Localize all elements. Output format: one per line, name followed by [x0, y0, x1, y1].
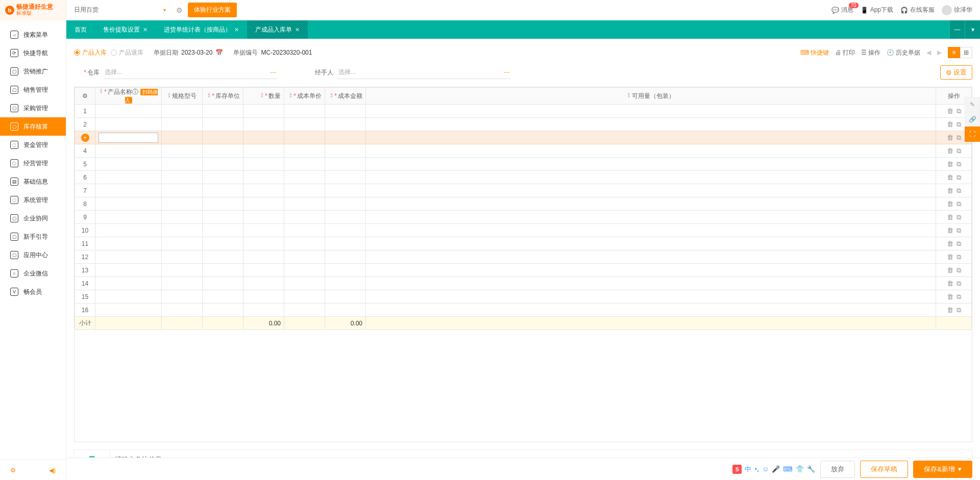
tab-2[interactable]: 进货单统计表（按商品）✕ [156, 20, 247, 39]
view-list[interactable]: ≡ [948, 47, 960, 58]
table-row[interactable]: 1🗑⧉ [75, 105, 972, 118]
nav-item-4[interactable]: ▢采购管理 [0, 99, 66, 117]
tab-1[interactable]: 售价提取设置✕ [95, 20, 156, 39]
table-row[interactable]: 10🗑⧉ [75, 224, 972, 237]
tab-menu[interactable]: ▾ [965, 20, 980, 39]
add-row-icon[interactable]: + [81, 134, 89, 142]
table-row[interactable]: 5🗑⧉ [75, 158, 972, 171]
save-new-button[interactable]: 保存&新增 ▾ [913, 461, 972, 478]
user-menu[interactable]: 徐泽华 [942, 5, 972, 15]
discard-button[interactable]: 放弃 [820, 461, 855, 478]
product-input[interactable] [99, 133, 158, 143]
delete-icon[interactable]: 🗑 [947, 266, 953, 274]
copy-icon[interactable]: ⧉ [957, 200, 961, 208]
table-row[interactable]: 14🗑⧉ [75, 277, 972, 290]
date-value[interactable]: 2023-03-20 [181, 49, 212, 56]
shortcut-link[interactable]: ⌨ 快捷键 [800, 48, 829, 57]
copy-icon[interactable]: ⧉ [957, 107, 961, 115]
table-row[interactable]: 11🗑⧉ [75, 237, 972, 250]
nav-item-11[interactable]: ▢新手引导 [0, 228, 66, 246]
delete-icon[interactable]: 🗑 [947, 200, 953, 208]
print-link[interactable]: 🖨 打印 [835, 48, 855, 57]
delete-icon[interactable]: 🗑 [947, 120, 953, 128]
copy-icon[interactable]: ⧉ [957, 187, 961, 194]
radio-product-in[interactable]: 产品入库 [74, 48, 107, 57]
nav-item-6[interactable]: ◌资金管理 [0, 136, 66, 154]
table-row[interactable]: 8🗑⧉ [75, 197, 972, 211]
th-avail[interactable]: ▲▼可用量（包装） [366, 88, 936, 105]
nav-item-2[interactable]: ▢营销推广 [0, 62, 66, 81]
calendar-icon[interactable]: 📅 [215, 49, 223, 56]
delete-icon[interactable]: 🗑 [947, 213, 953, 221]
gear-icon[interactable]: ⚙ [176, 6, 183, 14]
ime-keyboard-icon[interactable]: ⌨ [783, 465, 793, 473]
nav-item-12[interactable]: ▢应用中心 [0, 246, 66, 264]
th-spec[interactable]: ▲▼规格型号 [162, 88, 203, 105]
copy-icon[interactable]: ⧉ [957, 293, 961, 300]
table-row[interactable]: 6🗑⧉ [75, 171, 972, 184]
prev-doc[interactable]: ◀ [926, 49, 931, 56]
copy-icon[interactable]: ⧉ [957, 280, 961, 287]
nav-item-13[interactable]: ○企业微信 [0, 264, 66, 283]
table-row[interactable]: 7🗑⧉ [75, 184, 972, 197]
close-icon[interactable]: ✕ [295, 27, 300, 33]
copy-icon[interactable]: ⧉ [957, 147, 961, 155]
nav-item-10[interactable]: ▢企业协同 [0, 209, 66, 228]
tab-3[interactable]: 产成品入库单✕ [247, 20, 308, 39]
table-row[interactable]: 2🗑⧉ [75, 118, 972, 131]
delete-icon[interactable]: 🗑 [947, 107, 953, 115]
th-product[interactable]: ▲▼*产品名称ⓘ扫码录入 [95, 88, 162, 105]
table-row[interactable]: 13🗑⧉ [75, 264, 972, 277]
radio-product-out[interactable]: 产品退库 [111, 48, 143, 57]
nav-item-14[interactable]: V畅会员 [0, 283, 66, 301]
settings-icon[interactable]: ⚙ [10, 467, 16, 474]
table-row[interactable]: 9🗑⧉ [75, 211, 972, 224]
ime-lang[interactable]: 中 [745, 465, 751, 474]
delete-icon[interactable]: 🗑 [947, 240, 953, 247]
table-row[interactable]: 12🗑⧉ [75, 250, 972, 264]
th-amount[interactable]: ▲▼*成本金额 [325, 88, 366, 105]
th-qty[interactable]: ▲▼*数量 [243, 88, 284, 105]
ime-mic-icon[interactable]: 🎤 [772, 465, 780, 473]
copy-icon[interactable]: ⧉ [957, 306, 961, 314]
ime-skin-icon[interactable]: 👕 [796, 465, 804, 473]
ime-tool-icon[interactable]: 🔧 [807, 465, 815, 473]
rail-note-icon[interactable]: ✎ [965, 97, 980, 112]
delete-icon[interactable]: 🗑 [947, 226, 953, 234]
copy-icon[interactable]: ⧉ [957, 173, 961, 181]
table-row[interactable]: 4🗑⧉ [75, 144, 972, 158]
collapse-icon[interactable]: ◀) [49, 467, 56, 474]
app-download-link[interactable]: 📱 App下载 [861, 6, 893, 14]
nav-item-5[interactable]: ▢库存核算 [0, 117, 66, 136]
rail-expand-icon[interactable]: ⛶ [965, 127, 980, 142]
copy-icon[interactable]: ⧉ [957, 120, 961, 128]
nav-item-9[interactable]: ◌系统管理 [0, 191, 66, 209]
delete-icon[interactable]: 🗑 [947, 160, 953, 168]
delete-icon[interactable]: 🗑 [947, 147, 953, 155]
copy-icon[interactable]: ⧉ [957, 160, 961, 168]
settings-button[interactable]: ⚙ 设置 [940, 65, 972, 80]
delete-icon[interactable]: 🗑 [947, 187, 953, 194]
view-card[interactable]: ⊞ [960, 47, 972, 58]
table-row[interactable]: +🗑⧉ [75, 131, 972, 144]
copy-icon[interactable]: ⧉ [957, 226, 961, 234]
nav-item-3[interactable]: ▢销售管理 [0, 81, 66, 99]
delete-icon[interactable]: 🗑 [947, 306, 953, 314]
close-icon[interactable]: ✕ [234, 27, 239, 33]
next-doc[interactable]: ▶ [937, 49, 942, 56]
tab-0[interactable]: 首页 [66, 20, 95, 39]
nav-item-1[interactable]: ⟳快捷导航 [0, 44, 66, 62]
handler-input[interactable]: 选择... ⋯ [337, 66, 511, 79]
nav-item-0[interactable]: ⌕搜索菜单 [0, 26, 66, 44]
cta-button[interactable]: 体验行业方案 [188, 3, 237, 17]
operation-link[interactable]: ☰ 操作 [861, 48, 880, 57]
delete-icon[interactable]: 🗑 [947, 293, 953, 300]
th-gear[interactable]: ⚙ [75, 88, 95, 105]
nav-item-8[interactable]: ▤基础信息 [0, 172, 66, 191]
messages-link[interactable]: 💬 消息 70 [831, 6, 853, 14]
delete-icon[interactable]: 🗑 [947, 134, 953, 141]
table-row[interactable]: 16🗑⧉ [75, 304, 972, 317]
rail-link-icon[interactable]: 🔗 [965, 112, 980, 127]
close-icon[interactable]: ✕ [143, 27, 148, 33]
copy-icon[interactable]: ⧉ [957, 253, 961, 261]
